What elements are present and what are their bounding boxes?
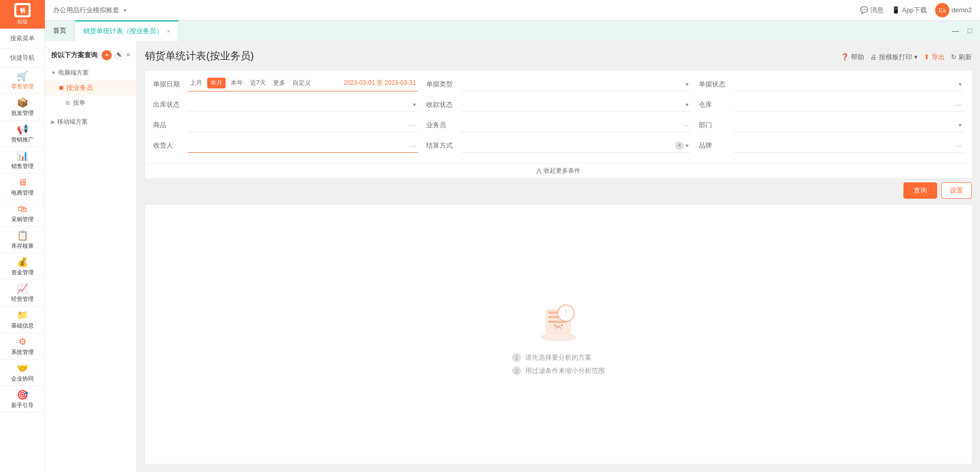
- filter-payment-cell: 结算方式 × ▾: [426, 138, 691, 153]
- tab-maximize-button[interactable]: □: [964, 25, 976, 37]
- product-input[interactable]: ···: [188, 118, 418, 132]
- wholesale-label: 批发管理: [11, 109, 34, 117]
- panel-edit-button[interactable]: ✎: [114, 50, 124, 60]
- panel-item-salesperson-label: 按业务员: [66, 83, 93, 92]
- sidebar-item-sales[interactable]: 📊 销售管理: [0, 147, 45, 174]
- print-arrow-icon[interactable]: ▾: [914, 53, 918, 61]
- home-tab-label: 首页: [53, 26, 66, 35]
- payment-label: 结算方式: [426, 141, 461, 150]
- print-button[interactable]: 🖨 按模板打印 ▾: [870, 53, 918, 62]
- date-tab-custom[interactable]: 自定义: [290, 78, 313, 88]
- brand-label: 品牌: [699, 141, 733, 150]
- sidebar-item-marketing[interactable]: 📢 营销推广: [0, 121, 45, 147]
- outstatus-label: 出库状态: [153, 100, 188, 109]
- date-tab-this-year[interactable]: 本年: [229, 78, 245, 88]
- date-tab-last-month[interactable]: 上月: [188, 78, 204, 88]
- export-icon: ⬆: [924, 53, 929, 61]
- payment-arrow-icon: ▾: [685, 142, 689, 149]
- sidebar-item-system[interactable]: ⚙ 系统管理: [0, 333, 45, 360]
- filter-salesperson-cell: 业务员 ···: [426, 118, 691, 132]
- tabbar: 首页 销货单统计表（按业务员） × — □: [45, 20, 980, 41]
- query-button[interactable]: 查询: [903, 182, 937, 199]
- sidebar-item-collab[interactable]: 🤝 企业协同: [0, 360, 45, 386]
- warehouse-input[interactable]: ···: [733, 98, 964, 112]
- page-title: 销货单统计表(按业务员): [145, 49, 254, 63]
- sidebar-item-guide[interactable]: 🎯 新手引导: [0, 386, 45, 413]
- wholesale-icon: 📦: [17, 97, 28, 108]
- topbar-arrow-icon[interactable]: ▾: [124, 7, 127, 14]
- section-mobile-label: 移动端方案: [57, 117, 88, 126]
- payment-controls: × ▾: [675, 141, 689, 150]
- sidebar-item-retail[interactable]: 🛒 零售管理: [0, 67, 45, 94]
- date-tab-this-month[interactable]: 本月: [207, 78, 226, 88]
- topbar-left: 办公用品行业模拟账套 ▾: [53, 6, 127, 15]
- consignee-dots[interactable]: ···: [410, 141, 416, 150]
- product-dots[interactable]: ···: [410, 121, 416, 129]
- receivestatus-input[interactable]: ▾: [461, 98, 691, 112]
- user-name: demo2: [951, 6, 972, 14]
- dept-input[interactable]: ▾: [733, 118, 964, 132]
- tab-close-icon[interactable]: ×: [167, 28, 170, 34]
- outstatus-input[interactable]: ▾: [188, 98, 418, 112]
- date-tab-more[interactable]: 更多: [271, 78, 287, 88]
- panel-add-button[interactable]: +: [102, 50, 112, 60]
- docstatus-label: 单据状态: [699, 80, 733, 89]
- salesperson-input[interactable]: ···: [461, 118, 691, 132]
- sidebar-item-operations[interactable]: 📈 经营管理: [0, 280, 45, 306]
- date-tabs-container: 上月 本月 本年 近7天 更多 自定义: [188, 78, 313, 88]
- consignee-input[interactable]: ···: [188, 138, 418, 153]
- app-download-button[interactable]: 📱 App下载: [892, 6, 927, 15]
- filter-date-cell: 单据日期 上月 本月 本年 近7天 更多 自定义 20: [153, 77, 418, 91]
- docstatus-input[interactable]: ▾: [733, 77, 964, 91]
- print-label: 按模板打印: [879, 53, 912, 62]
- sidebar-item-purchase[interactable]: 🛍 采购管理: [0, 200, 45, 227]
- collapse-button[interactable]: ⋀ 收起更多条件: [536, 167, 580, 175]
- tab-active[interactable]: 销货单统计表（按业务员） ×: [75, 20, 179, 41]
- salesperson-dots[interactable]: ···: [683, 121, 689, 129]
- sidebar-item-inventory[interactable]: 📋 库存核算: [0, 227, 45, 253]
- panel-item-salesperson[interactable]: 按业务员: [45, 80, 136, 96]
- doctype-input[interactable]: ▾: [461, 77, 691, 91]
- export-button[interactable]: ⬆ 导出: [924, 53, 945, 62]
- ecommerce-icon: 🖥: [18, 177, 27, 188]
- sidebar-item-ecommerce[interactable]: 🖥 电商管理: [0, 174, 45, 200]
- payment-clear-button[interactable]: ×: [675, 141, 683, 150]
- filter-row-2: 出库状态 ▾ 收款状态 ▾: [153, 98, 964, 112]
- svg-point-9: [554, 324, 556, 326]
- tab-minimize-button[interactable]: —: [949, 25, 962, 37]
- section-desktop-header[interactable]: ▼ 电脑端方案: [45, 65, 136, 80]
- refresh-button[interactable]: ↻ 刷新: [951, 53, 972, 62]
- collapse-chevron-icon: ⋀: [536, 168, 542, 175]
- retail-label: 零售管理: [11, 83, 34, 90]
- marketing-icon: 📢: [17, 124, 28, 135]
- basics-label: 基础信息: [11, 322, 34, 329]
- tab-home[interactable]: 首页: [45, 20, 75, 41]
- refresh-label: 刷新: [959, 53, 972, 62]
- sidebar-logo[interactable]: 畅 标版: [0, 0, 45, 29]
- panel-item-order[interactable]: ⊞ 按单: [45, 96, 136, 110]
- panel-item-order-label: 按单: [73, 99, 85, 107]
- warehouse-dots[interactable]: ···: [955, 101, 962, 109]
- collab-icon: 🤝: [17, 363, 28, 374]
- filter-receivestatus-cell: 收款状态 ▾: [426, 98, 691, 112]
- date-label: 单据日期: [153, 80, 188, 89]
- brand-input[interactable]: ···: [733, 138, 964, 153]
- payment-input[interactable]: × ▾: [461, 138, 691, 153]
- panel-collapse-button[interactable]: «: [126, 50, 130, 60]
- sidebar-item-basics[interactable]: 📁 基础信息: [0, 306, 45, 333]
- user-profile-button[interactable]: Ea demo2: [935, 3, 972, 17]
- sidebar-item-finance[interactable]: 💰 资金管理: [0, 253, 45, 280]
- sidebar-search[interactable]: 搜索菜单: [0, 29, 45, 49]
- date-input[interactable]: 上月 本月 本年 近7天 更多 自定义 2023-03-01 至 2023-03…: [188, 77, 418, 91]
- settings-button[interactable]: 设置: [941, 182, 972, 199]
- sidebar-item-wholesale[interactable]: 📦 批发管理: [0, 94, 45, 121]
- date-tab-7days[interactable]: 近7天: [248, 78, 268, 88]
- inventory-label: 库存核算: [11, 242, 34, 250]
- message-button[interactable]: 💬 消息: [860, 6, 884, 15]
- help-button[interactable]: ❓ 帮助: [841, 53, 864, 62]
- sales-label: 销售管理: [11, 162, 34, 170]
- brand-dots[interactable]: ···: [955, 141, 962, 150]
- sidebar-nav[interactable]: 快捷导航: [0, 49, 45, 67]
- section-mobile-header[interactable]: ▶ 移动端方案: [45, 114, 136, 129]
- guide-icon: 🎯: [17, 389, 28, 400]
